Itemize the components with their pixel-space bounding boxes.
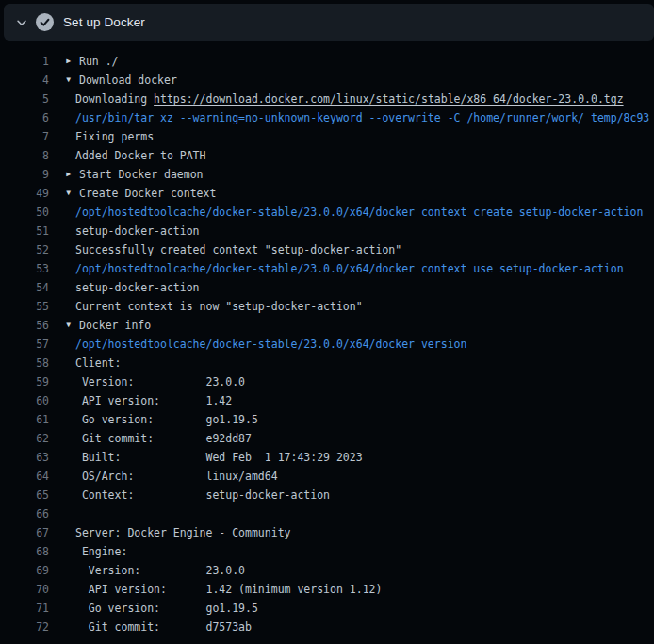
gutter-spacer (49, 580, 75, 599)
log-line: 61 Go version: go1.19.5 (0, 410, 654, 429)
line-number[interactable]: 9 (0, 165, 49, 184)
gutter-spacer (49, 542, 75, 561)
gutter-spacer (49, 203, 75, 222)
log-line: 52Successfully created context "setup-do… (0, 240, 654, 259)
log-command-text: /usr/bin/tar xz --warning=no-unknown-key… (75, 108, 649, 127)
log-text: Successfully created context "setup-dock… (75, 240, 401, 259)
log-group-row[interactable]: 4▼Download docker (0, 71, 654, 90)
line-number[interactable]: 61 (0, 410, 49, 429)
line-number[interactable]: 1 (0, 52, 49, 71)
line-number[interactable]: 65 (0, 486, 49, 504)
log-group-row[interactable]: 49▼Create Docker context (0, 184, 654, 203)
line-number[interactable]: 70 (0, 580, 49, 599)
check-circle-icon (36, 13, 54, 31)
log-group-row[interactable]: 56▼Docker info (0, 316, 654, 335)
log-line: 64 OS/Arch: linux/amd64 (0, 467, 654, 486)
line-number[interactable]: 59 (0, 372, 49, 391)
line-number[interactable]: 49 (0, 184, 49, 203)
line-number[interactable]: 52 (0, 240, 49, 259)
log-text: API version: 1.42 (75, 391, 232, 410)
gutter-spacer (49, 90, 75, 108)
log-group-row[interactable]: 9▶Start Docker daemon (0, 165, 654, 184)
log-text: Go version: go1.19.5 (75, 599, 258, 618)
group-expand-icon[interactable]: ▶ (49, 165, 75, 184)
log-line: 68 Engine: (0, 542, 654, 561)
group-collapse-icon[interactable]: ▼ (49, 184, 75, 203)
line-number[interactable]: 57 (0, 335, 49, 354)
log-command-text: /opt/hostedtoolcache/docker-stable/23.0.… (75, 259, 624, 278)
gutter-spacer (49, 391, 75, 410)
gutter-spacer (49, 448, 75, 467)
group-expand-icon[interactable]: ▶ (49, 52, 75, 71)
gutter-spacer (49, 297, 75, 316)
log-text: Git commit: d7573ab (75, 618, 252, 636)
log-text: Fixing perms (75, 127, 154, 146)
gutter-spacer (49, 523, 75, 542)
log-line: 5Downloading https://download.docker.com… (0, 90, 654, 108)
line-number[interactable]: 62 (0, 429, 49, 448)
group-title: Download docker (75, 71, 177, 90)
step-title: Set up Docker (63, 15, 145, 29)
log-line: 8Added Docker to PATH (0, 146, 654, 165)
group-collapse-icon[interactable]: ▼ (49, 316, 75, 335)
line-number[interactable]: 69 (0, 561, 49, 580)
log-text: Engine: (75, 542, 127, 561)
line-number[interactable]: 72 (0, 618, 49, 636)
group-title: Docker info (75, 316, 151, 335)
line-number[interactable]: 63 (0, 448, 49, 467)
gutter-spacer (49, 429, 75, 448)
gutter-spacer (49, 410, 75, 429)
log-text: Client: (75, 354, 121, 372)
line-number[interactable]: 67 (0, 523, 49, 542)
line-number[interactable]: 53 (0, 259, 49, 278)
step-header[interactable]: Set up Docker (4, 4, 654, 41)
gutter-spacer (49, 146, 75, 165)
log-line: 66 (0, 504, 654, 523)
line-number[interactable]: 60 (0, 391, 49, 410)
line-number[interactable]: 50 (0, 203, 49, 222)
log-text: Added Docker to PATH (75, 146, 205, 165)
log-line: 71 Go version: go1.19.5 (0, 599, 654, 618)
log-text: Downloading https://download.docker.com/… (75, 90, 624, 108)
gutter-spacer (49, 335, 75, 354)
gutter-spacer (49, 504, 75, 523)
line-number[interactable]: 66 (0, 504, 49, 523)
line-number[interactable]: 7 (0, 127, 49, 146)
gutter-spacer (49, 467, 75, 486)
log-line: 70 API version: 1.42 (minimum version 1.… (0, 580, 654, 599)
line-number[interactable]: 4 (0, 71, 49, 90)
line-number[interactable]: 56 (0, 316, 49, 335)
log-line: 67Server: Docker Engine - Community (0, 523, 654, 542)
line-number[interactable]: 51 (0, 222, 49, 240)
line-number[interactable]: 68 (0, 542, 49, 561)
line-number[interactable]: 55 (0, 297, 49, 316)
gutter-spacer (49, 561, 75, 580)
log-group-row[interactable]: 1▶Run ./ (0, 52, 654, 71)
log-line: 60 API version: 1.42 (0, 391, 654, 410)
chevron-down-icon[interactable] (15, 16, 28, 29)
log-command-text: /opt/hostedtoolcache/docker-stable/23.0.… (75, 203, 643, 222)
line-number[interactable]: 58 (0, 354, 49, 372)
log-text: Go version: go1.19.5 (75, 410, 258, 429)
line-number[interactable]: 71 (0, 599, 49, 618)
gutter-spacer (49, 222, 75, 240)
log-line: 55Current context is now "setup-docker-a… (0, 297, 654, 316)
line-number[interactable]: 54 (0, 278, 49, 297)
log-text: Server: Docker Engine - Community (75, 523, 290, 542)
line-number[interactable]: 64 (0, 467, 49, 486)
line-number[interactable]: 8 (0, 146, 49, 165)
log-link[interactable]: https://download.docker.com/linux/static… (154, 92, 624, 106)
gutter-spacer (49, 372, 75, 391)
gutter-spacer (49, 240, 75, 259)
log-text: Git commit: e92dd87 (75, 429, 252, 448)
group-collapse-icon[interactable]: ▼ (49, 71, 75, 90)
log-line: 69 Version: 23.0.0 (0, 561, 654, 580)
log-line: 63 Built: Wed Feb 1 17:43:29 2023 (0, 448, 654, 467)
log-line: 7Fixing perms (0, 127, 654, 146)
log-container: 1▶Run ./4▼Download docker5Downloading ht… (0, 41, 654, 644)
log-line: 58Client: (0, 354, 654, 372)
line-number[interactable]: 6 (0, 108, 49, 127)
line-number[interactable]: 5 (0, 90, 49, 108)
log-line: 59 Version: 23.0.0 (0, 372, 654, 391)
log-line: 57/opt/hostedtoolcache/docker-stable/23.… (0, 335, 654, 354)
